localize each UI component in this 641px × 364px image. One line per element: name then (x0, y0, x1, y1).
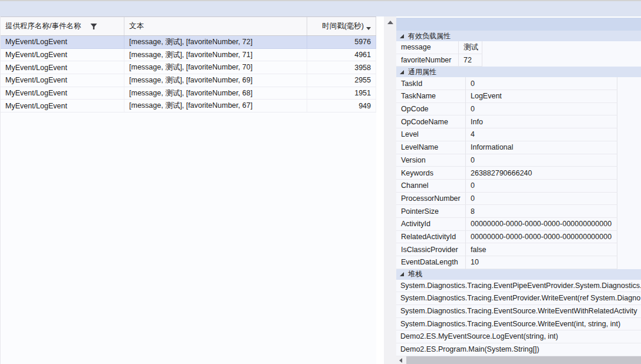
section-title: 通用属性 (408, 67, 436, 77)
property-row[interactable]: Channel 0 (396, 180, 641, 193)
property-label: ProcessorNumber (396, 193, 466, 206)
cell-timestamp: 3958 (307, 61, 376, 74)
table-row[interactable]: MyEvent/LogEvent [message, 测试], [favorit… (1, 49, 376, 62)
expander-icon (400, 34, 404, 38)
property-row[interactable]: favoriteNumber 72 (396, 54, 641, 67)
cell-provider: MyEvent/LogEvent (1, 61, 124, 74)
cell-provider: MyEvent/LogEvent (1, 74, 124, 87)
property-value: false (466, 243, 617, 256)
stack-frame[interactable]: Demo2.ES.MyEventSource.LogEvent(string, … (396, 330, 641, 343)
property-value: 72 (459, 54, 482, 67)
cell-timestamp: 1951 (307, 87, 376, 100)
section-header-payload[interactable]: 有效负载属性 (396, 31, 641, 41)
property-value: 0 (466, 77, 617, 90)
table-row[interactable]: MyEvent/LogEvent [message, 测试], [favorit… (1, 100, 376, 112)
property-label: TaskId (396, 77, 466, 90)
property-label: IsClassicProvider (396, 243, 466, 256)
property-value: LogEvent (466, 90, 617, 103)
cell-timestamp: 4961 (307, 49, 376, 61)
property-row[interactable]: Keywords 263882790666240 (396, 167, 641, 180)
stack-frame[interactable]: System.Diagnostics.Tracing.EventPipeEven… (396, 280, 641, 293)
property-value: 0 (466, 154, 617, 167)
section-header-common[interactable]: 通用属性 (396, 67, 641, 77)
property-row[interactable]: Level 4 (396, 128, 641, 141)
property-label: RelatedActivityId (396, 231, 466, 244)
column-header-timestamp[interactable]: 时间戳(毫秒) (307, 17, 376, 35)
property-value: 0 (466, 103, 617, 116)
property-label: PointerSize (396, 205, 466, 218)
property-value: 00000000-0000-0000-0000-000000000000 (466, 218, 617, 231)
property-value: 263882790666240 (466, 167, 617, 180)
property-row[interactable]: RelatedActivityId 00000000-0000-0000-000… (396, 231, 641, 244)
property-value: Info (466, 115, 617, 128)
stack-frame[interactable]: System.Diagnostics.Tracing.EventSource.W… (396, 305, 641, 318)
property-value: 4 (466, 128, 617, 141)
property-value: 0 (466, 180, 617, 193)
column-header-provider[interactable]: 提供程序名称/事件名称 (1, 17, 124, 35)
vertical-scrollbar[interactable] (384, 16, 396, 364)
horizontal-scrollbar[interactable] (396, 356, 641, 364)
section-title: 有效负载属性 (408, 31, 451, 41)
property-label: OpCodeName (396, 115, 466, 128)
events-table: 提供程序名称/事件名称 文本 时间戳(毫秒) MyEvent/LogEvent … (0, 16, 376, 364)
property-label: ActivityId (396, 218, 466, 231)
property-row[interactable]: OpCodeName Info (396, 115, 641, 128)
table-row[interactable]: MyEvent/LogEvent [message, 测试], [favorit… (1, 74, 376, 87)
expander-icon (400, 70, 404, 74)
property-row[interactable]: message 测试 (396, 41, 641, 54)
property-label: Keywords (396, 167, 466, 180)
cell-text: [message, 测试], [favoriteNumber, 69] (124, 74, 307, 87)
property-row[interactable]: TaskName LogEvent (396, 90, 641, 103)
property-label: OpCode (396, 103, 466, 116)
scrollbar-thumb[interactable] (406, 356, 641, 364)
property-row[interactable]: ActivityId 00000000-0000-0000-0000-00000… (396, 218, 641, 231)
scroll-up-icon[interactable] (387, 21, 393, 24)
section-header-stack[interactable]: 堆栈 (396, 269, 641, 280)
column-header-text[interactable]: 文本 (124, 17, 307, 35)
column-header-text-label: 文本 (129, 21, 144, 31)
property-row[interactable]: ProcessorNumber 0 (396, 193, 641, 206)
column-header-provider-label: 提供程序名称/事件名称 (5, 21, 81, 31)
property-value: 10 (466, 256, 617, 269)
cell-provider: MyEvent/LogEvent (1, 87, 124, 100)
stack-frame[interactable]: System.Diagnostics.Tracing.EventSource.W… (396, 318, 641, 331)
expander-icon (400, 272, 404, 276)
cell-timestamp: 2955 (307, 74, 376, 87)
cell-provider: MyEvent/LogEvent (1, 36, 124, 48)
property-label: message (396, 41, 459, 54)
property-row[interactable]: TaskId 0 (396, 77, 641, 90)
filter-icon[interactable] (90, 23, 97, 30)
property-label: Version (396, 154, 466, 167)
table-row[interactable]: MyEvent/LogEvent [message, 测试], [favorit… (1, 36, 376, 49)
property-label: LevelName (396, 141, 466, 154)
property-row[interactable]: LevelName Informational (396, 141, 641, 154)
stack-frame[interactable]: Demo2.ES.Program.Main(System.String[]) (396, 343, 641, 356)
cell-timestamp: 949 (307, 100, 376, 112)
cell-provider: MyEvent/LogEvent (1, 49, 124, 61)
properties-header-band (396, 18, 641, 31)
scroll-left-icon[interactable] (399, 358, 402, 363)
table-row[interactable]: MyEvent/LogEvent [message, 测试], [favorit… (1, 87, 376, 100)
cell-timestamp: 5976 (307, 36, 376, 48)
cell-text: [message, 测试], [favoriteNumber, 71] (124, 49, 307, 61)
column-header-timestamp-label: 时间戳(毫秒) (322, 21, 364, 31)
cell-text: [message, 测试], [favoriteNumber, 72] (124, 36, 307, 48)
property-value: 8 (466, 205, 617, 218)
property-row[interactable]: OpCode 0 (396, 103, 641, 116)
property-label: Channel (396, 180, 466, 193)
property-row[interactable]: EventDataLength 10 (396, 256, 641, 269)
stack-frame[interactable]: System.Diagnostics.Tracing.EventProvider… (396, 292, 641, 305)
section-title: 堆栈 (408, 269, 422, 279)
sort-descending-icon (366, 27, 371, 30)
cell-text: [message, 测试], [favoriteNumber, 68] (124, 87, 307, 100)
property-row[interactable]: PointerSize 8 (396, 205, 641, 218)
table-row[interactable]: MyEvent/LogEvent [message, 测试], [favorit… (1, 61, 376, 74)
cell-provider: MyEvent/LogEvent (1, 100, 124, 112)
property-row[interactable]: Version 0 (396, 154, 641, 167)
property-label: favoriteNumber (396, 54, 459, 67)
property-value: 0 (466, 193, 617, 206)
property-row[interactable]: IsClassicProvider false (396, 243, 641, 256)
property-label: Level (396, 128, 466, 141)
properties-panel: 有效负载属性 message 测试 favoriteNumber 72 通用属性… (396, 18, 641, 364)
property-value: 测试 (459, 41, 482, 54)
